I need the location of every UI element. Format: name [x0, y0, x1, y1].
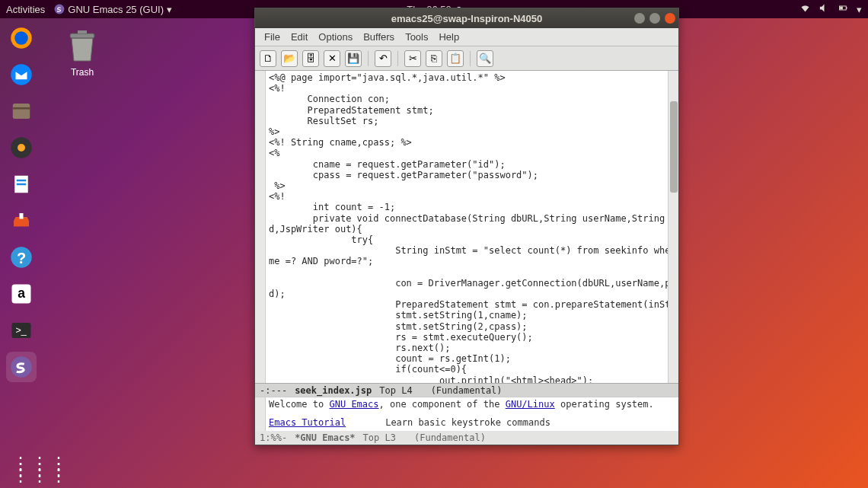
- dock-rhythmbox[interactable]: [6, 132, 37, 163]
- scroll-thumb[interactable]: [670, 101, 678, 193]
- mode-line-welcome[interactable]: 1:%%- *GNU Emacs* Top L3 (Fundamental): [255, 431, 678, 445]
- svg-rect-23: [78, 30, 87, 33]
- code-editor[interactable]: <%@ page import="java.sql.*,java.util.*"…: [266, 71, 668, 383]
- svg-text:?: ?: [17, 250, 26, 266]
- menu-options[interactable]: Options: [314, 30, 357, 44]
- svg-rect-12: [17, 180, 27, 182]
- svg-point-5: [14, 31, 28, 45]
- dock: ? a >_: [0, 18, 43, 488]
- emacs-window: emacs25@swap-Inspiron-N4050 File Edit Op…: [254, 8, 679, 445]
- titlebar[interactable]: emacs25@swap-Inspiron-N4050: [255, 8, 678, 28]
- svg-text:>_: >_: [16, 325, 27, 336]
- menu-tools[interactable]: Tools: [400, 30, 432, 44]
- show-applications[interactable]: ⋮⋮⋮⋮⋮⋮⋮⋮⋮: [12, 461, 69, 479]
- svg-rect-22: [70, 33, 94, 38]
- svg-point-10: [18, 144, 25, 152]
- copy-icon[interactable]: ⎘: [426, 50, 442, 67]
- dock-files[interactable]: [6, 96, 37, 126]
- svg-rect-14: [20, 213, 24, 219]
- dock-thunderbird[interactable]: [6, 59, 37, 90]
- dock-libreoffice[interactable]: [6, 169, 37, 199]
- svg-rect-2: [846, 7, 847, 9]
- welcome-buffer[interactable]: Welcome to GNU Emacs, one component of t…: [255, 397, 678, 431]
- menu-bar: File Edit Options Buffers Tools Help: [255, 28, 678, 46]
- menu-buffers[interactable]: Buffers: [359, 30, 399, 44]
- gnu-linux-link[interactable]: GNU/Linux: [506, 399, 555, 410]
- app-menu[interactable]: GNU Emacs 25 (GUI) ▾: [54, 4, 172, 15]
- minimize-button[interactable]: [634, 13, 645, 24]
- new-file-icon[interactable]: 🗋: [260, 50, 276, 67]
- maximize-button[interactable]: [649, 13, 660, 24]
- svg-point-6: [11, 64, 32, 85]
- dock-amazon[interactable]: a: [6, 279, 37, 309]
- paste-icon[interactable]: 📋: [447, 50, 464, 67]
- menu-edit[interactable]: Edit: [286, 30, 312, 44]
- dock-terminal[interactable]: >_: [6, 315, 37, 346]
- dock-emacs[interactable]: [6, 352, 37, 382]
- chevron-down-icon[interactable]: ▾: [857, 4, 862, 15]
- gnu-emacs-link[interactable]: GNU Emacs: [329, 399, 378, 410]
- menu-help[interactable]: Help: [434, 30, 464, 44]
- mode-line-main[interactable]: -:--- seek_index.jsp Top L4 (Fundamental…: [255, 383, 678, 397]
- wifi-icon[interactable]: [799, 2, 811, 16]
- left-fringe: [255, 71, 266, 383]
- close-button[interactable]: [665, 13, 675, 24]
- dock-help[interactable]: ?: [6, 242, 37, 273]
- undo-icon[interactable]: ↶: [375, 50, 391, 67]
- emacs-icon: [54, 4, 65, 14]
- svg-rect-3: [840, 7, 843, 10]
- close-buffer-icon[interactable]: ✕: [324, 50, 340, 67]
- activities-button[interactable]: Activities: [6, 4, 45, 15]
- svg-text:a: a: [18, 285, 25, 301]
- menu-file[interactable]: File: [260, 30, 285, 44]
- cut-icon[interactable]: ✂: [404, 50, 421, 67]
- chevron-down-icon: ▾: [167, 4, 172, 15]
- tutorial-link[interactable]: Emacs Tutorial: [269, 417, 346, 428]
- svg-rect-8: [13, 107, 30, 110]
- dock-software[interactable]: [6, 206, 37, 236]
- trash-desktop-icon[interactable]: Trash: [65, 27, 99, 78]
- save-icon[interactable]: 💾: [345, 50, 362, 67]
- volume-icon[interactable]: [819, 2, 830, 16]
- open-icon[interactable]: 📂: [281, 50, 298, 67]
- dired-icon[interactable]: 🗄: [302, 50, 319, 67]
- svg-rect-13: [17, 183, 27, 186]
- svg-point-0: [55, 5, 65, 14]
- svg-rect-7: [13, 104, 30, 119]
- battery-icon[interactable]: [838, 2, 849, 16]
- search-icon[interactable]: 🔍: [477, 50, 493, 67]
- toolbar: 🗋 📂 🗄 ✕ 💾 ↶ ✂ ⎘ 📋 🔍: [255, 46, 678, 71]
- scrollbar[interactable]: [668, 71, 678, 383]
- window-title: emacs25@swap-Inspiron-N4050: [391, 13, 542, 24]
- dock-firefox[interactable]: [6, 23, 37, 53]
